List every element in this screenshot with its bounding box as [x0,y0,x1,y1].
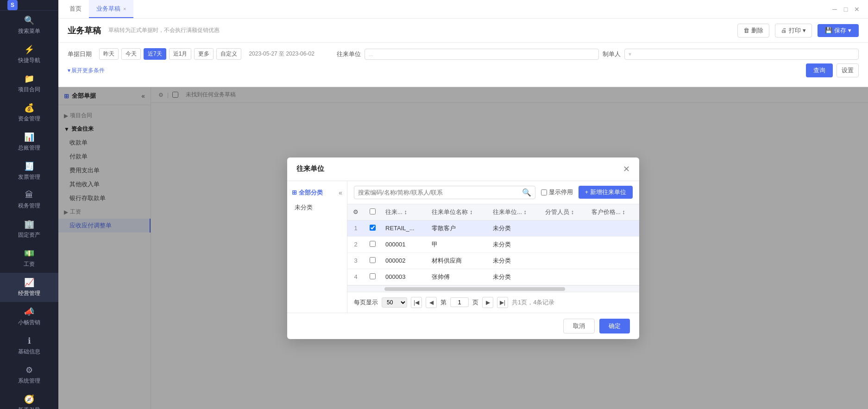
sys-icon: ⚙ [25,365,33,375]
row2-check[interactable] [364,236,381,252]
date-btn-1month[interactable]: 近1月 [169,48,192,60]
window-controls: ─ □ ✕ [831,6,864,13]
sidebar-item-label: 固定资产 [18,231,40,239]
sidebar-item-asset[interactable]: 🏢 固定资产 [0,214,58,244]
minimize-icon[interactable]: ─ [831,6,838,13]
table-row[interactable]: 2 000001 甲 未分类 [347,236,639,252]
prev-page-btn[interactable]: ◀ [426,297,437,308]
modal-sidebar-collapse-btn[interactable]: « [339,189,342,196]
partner-search-wrap[interactable]: 🔍 [354,186,535,199]
sidebar-item-label: 资金管理 [18,115,40,123]
last-page-btn[interactable]: ▶| [497,297,508,308]
show-disabled-checkbox[interactable] [541,189,547,195]
delete-button[interactable]: 🗑 删除 [737,24,769,38]
cancel-button[interactable]: 取消 [563,319,595,333]
save-icon: 💾 [825,27,832,34]
maximize-icon[interactable]: □ [842,6,849,13]
row2-name: 甲 [427,236,488,252]
delete-icon: 🗑 [743,27,749,34]
table-row[interactable]: 1 RETAIL_... 零散客户 未分类 [347,220,639,236]
unit-input[interactable]: ... [365,49,599,60]
row4-manager [541,269,587,285]
modal-sidebar-title: ⊞ 全部分类 [292,189,323,197]
col-check-header [364,204,381,220]
row4-check[interactable] [364,269,381,285]
col-icon-header: ⚙ [347,204,364,220]
modal-sidebar-header: ⊞ 全部分类 « [287,187,347,201]
modal-body: ⊞ 全部分类 « 未分类 [287,181,639,313]
page-number-input[interactable] [450,297,469,307]
sidebar: S 🔍 搜索菜单 ⚡ 快捷导航 📁 项目合同 💰 资金管理 📊 总账管理 🧾 发… [0,0,58,409]
query-button[interactable]: 查询 [806,63,833,77]
sidebar-item-invoice[interactable]: 🧾 发票管理 [0,157,58,186]
sidebar-item-label: 发票管理 [18,173,40,181]
next-page-btn[interactable]: ▶ [482,297,493,308]
date-btn-more[interactable]: 更多 [194,48,214,60]
horizontal-scrollbar[interactable] [347,285,639,292]
project-icon: 📁 [24,74,34,84]
tab-home-label: 首页 [69,5,82,13]
sidebar-item-salary[interactable]: 💵 工资 [0,244,58,273]
date-btn-7days[interactable]: 近7天 [144,48,166,60]
sidebar-item-finance[interactable]: 💰 资金管理 [0,98,58,127]
print-button[interactable]: 🖨 打印 ▾ [775,24,812,38]
maker-input[interactable]: ▾ [624,49,859,60]
sidebar-item-info[interactable]: ℹ 基础信息 [0,331,58,360]
sidebar-item-mgmt[interactable]: 📈 经营管理 [0,273,58,302]
save-button[interactable]: 💾 保存 ▾ [818,24,859,37]
sidebar-item-quick[interactable]: ⚡ 快捷导航 [0,40,58,69]
row4-price [587,269,639,285]
marketing-icon: 📣 [24,307,34,317]
sidebar-item-label: 项目合同 [18,86,40,94]
per-page-select[interactable]: 50 100 200 [382,297,407,308]
tab-close-icon[interactable]: × [123,6,126,12]
table-select-all[interactable] [370,208,376,214]
sidebar-item-label: 基础信息 [18,348,40,356]
filter-bar: 单据日期 昨天 今天 近7天 近1月 更多 自定义 2023-05-27 至 2… [58,43,868,87]
col-category-header[interactable]: 往来单位... ↕ [488,204,541,220]
sidebar-item-guide[interactable]: 🧭 新手引导 [0,390,58,409]
grid-icon2: ⊞ [292,189,297,196]
col-manager-header[interactable]: 分管人员 ↕ [541,204,587,220]
tab-home[interactable]: 首页 [62,0,89,18]
sidebar-item-project[interactable]: 📁 项目合同 [0,69,58,98]
row1-check[interactable] [364,220,381,236]
print-icon: 🖨 [781,27,787,34]
sidebar-item-sys[interactable]: ⚙ 系统管理 [0,360,58,390]
add-partner-button[interactable]: + 新增往来单位 [579,186,633,199]
partner-search-input[interactable] [358,189,522,196]
close-window-icon[interactable]: ✕ [853,6,861,13]
sidebar-item-search[interactable]: 🔍 搜索菜单 [0,11,58,40]
modal-close-btn[interactable]: ✕ [623,164,630,174]
col-code-header[interactable]: 往来... ↕ [381,204,427,220]
sidebar-item-label: 工资 [24,260,35,268]
tab-draft[interactable]: 业务草稿 × [89,0,133,18]
guide-icon: 🧭 [24,394,34,404]
modal-overlay: 往来单位 ✕ ⊞ 全部分类 « [58,87,868,409]
tax-icon: 🏛 [25,190,33,200]
date-btn-today[interactable]: 今天 [121,48,141,60]
col-price-header[interactable]: 客户价格... ↕ [587,204,639,220]
table-row[interactable]: 4 000003 张帅傅 未分类 [347,269,639,285]
table-row[interactable]: 3 000002 材料供应商 未分类 [347,252,639,269]
modal-title: 往来单位 [296,164,324,173]
sidebar-item-tax[interactable]: 🏛 税务管理 [0,186,58,214]
date-btn-custom[interactable]: 自定义 [216,48,241,60]
row1-code: RETAIL_... [381,220,427,236]
first-page-btn[interactable]: |◀ [411,297,422,308]
show-disabled-label[interactable]: 显示停用 [541,188,573,196]
sidebar-item-ledger[interactable]: 📊 总账管理 [0,127,58,157]
expand-filter-btn[interactable]: ▾ 展开更多条件 [68,67,105,75]
date-btn-yesterday[interactable]: 昨天 [99,48,119,60]
row3-sort: 3 [347,252,364,269]
settings-button[interactable]: 设置 [837,63,859,77]
modal-header: 往来单位 ✕ [287,157,639,181]
col-name-header[interactable]: 往来单位名称 ↕ [427,204,488,220]
salary-icon: 💵 [24,248,34,258]
row3-check[interactable] [364,252,381,269]
row4-code: 000003 [381,269,427,285]
modal-sidebar-unclassified[interactable]: 未分类 [287,201,347,214]
scrollbar-thumb[interactable] [384,287,565,291]
sidebar-item-marketing[interactable]: 📣 小畅营销 [0,302,58,331]
confirm-button[interactable]: 确定 [599,319,630,333]
